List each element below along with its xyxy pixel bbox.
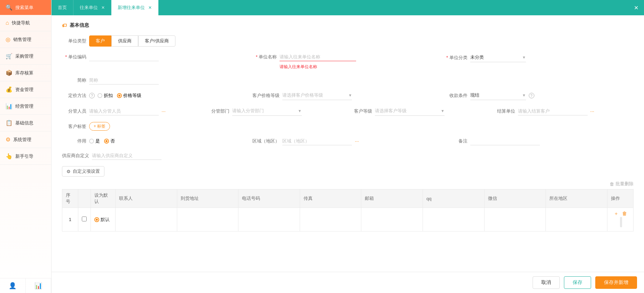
customer-level-select[interactable]: 请选择客户等级 ▼ [375,106,445,116]
home-icon: ⌂ [6,20,9,26]
tab-new-counterparty-close[interactable]: ✕ [148,5,152,10]
payment-condition-field: 收款条件 现结 ▼ ? [443,91,634,100]
disabled-no[interactable]: 否 [104,138,115,144]
row-checkbox-cell [78,208,91,231]
customer-price-level-select[interactable]: 请选择客户价格等级 ▼ [282,91,352,100]
purchase-icon: 🛒 [6,53,13,59]
payment-condition-select[interactable]: 现结 ▼ [470,91,526,100]
disabled-yes-radio[interactable] [89,139,94,144]
pricing-price-level-radio[interactable] [117,93,122,98]
sales-icon: ◎ [6,36,10,43]
manager-input[interactable] [89,107,159,115]
col-phone: 电话号码 [238,189,300,208]
sidebar-footer-left[interactable]: 👤 [0,278,26,293]
unit-name-label: 单位名称 [252,54,277,60]
sidebar-footer-right[interactable]: 📊 [26,278,52,293]
save-new-button[interactable]: 保存并新增 [595,276,637,289]
customer-tag-field: 客户标签 + 标签 [62,122,634,131]
pricing-discount-radio[interactable] [97,93,102,98]
row-phone-input[interactable] [242,217,296,222]
custom-settings-label: 自定义项设置 [73,168,100,174]
disabled-no-radio[interactable] [104,139,109,144]
pricing-price-level[interactable]: 价格等级 [117,92,141,99]
unit-type-supplier-btn[interactable]: 供应商 [111,35,138,47]
sidebar-item-operations[interactable]: 📊 经营管理 [0,98,51,115]
row-contact-input[interactable] [119,217,173,222]
add-tag-button[interactable]: + 标签 [89,122,110,131]
row-drag-handle[interactable] [620,217,622,227]
custom-settings-btn[interactable]: ⚙ 自定义项设置 [62,166,104,177]
save-button[interactable]: 保存 [564,276,591,289]
sidebar-item-system[interactable]: ⚙ 系统管理 [0,131,51,148]
department-select[interactable]: 请输入分管部门 ▼ [232,106,302,116]
sidebar-item-basic[interactable]: 📋 基础信息 [0,115,51,131]
unit-code-input[interactable]: 000009 [89,53,159,61]
pricing-discount[interactable]: 折扣 [97,92,113,99]
guide-icon: 👆 [6,153,13,160]
sidebar-search[interactable]: 🔍 搜索菜单 [0,0,51,15]
row-address-input[interactable] [181,217,235,222]
abbr-input[interactable] [89,76,159,84]
sidebar-footer: 👤 📊 [0,278,51,293]
payment-help-icon[interactable]: ? [529,93,534,98]
window-close-button[interactable]: ✕ [628,5,644,11]
tab-counterparties-close[interactable]: ✕ [101,5,105,10]
col-fax: 传真 [300,189,361,208]
unit-type-both-btn[interactable]: 客户/供应商 [138,35,175,47]
manager-row: 分管人员 ··· 分管部门 请输入分管部门 ▼ 客户等级 请选择客户等级 ▼ 结… [62,106,634,116]
row-email-input[interactable] [365,217,419,222]
sidebar-item-label: 系统管理 [13,137,31,143]
unit-type-customer-btn[interactable]: 客户 [89,35,111,47]
row-fax [300,208,361,231]
row-qq [423,208,484,231]
disabled-yes[interactable]: 是 [89,138,100,144]
region-more-btn[interactable]: ··· [355,138,359,144]
batch-delete-label[interactable]: 批量删除 [615,181,634,187]
col-qq: qq [423,189,484,208]
unit-name-input[interactable] [280,53,356,61]
supplier-custom-input[interactable] [92,152,162,160]
pricing-help-icon[interactable]: ? [89,93,95,98]
pricing-discount-label: 折扣 [104,92,113,99]
department-placeholder: 请输入分管部门 [232,108,264,114]
row-default-radio-item[interactable]: 默认 [94,217,112,223]
customer-price-level-field: 客户价格等级 请选择客户价格等级 ▼ [252,91,443,100]
sidebar-item-sales[interactable]: ◎ 销售管理 [0,31,51,48]
row-add-btn[interactable]: ＋ [614,211,619,216]
col-wechat: 微信 [484,189,546,208]
disabled-no-label: 否 [110,138,115,144]
tab-new-counterparty[interactable]: 新增往来单位 ✕ [111,0,158,15]
row-area-input[interactable] [549,217,604,222]
row-wechat-input[interactable] [488,217,542,222]
tab-home[interactable]: 首页 [52,0,73,15]
row-wechat [484,208,546,231]
remark-input[interactable] [470,137,540,145]
row-qq-input[interactable] [426,217,481,222]
department-field: 分管部门 请输入分管部门 ▼ [205,106,348,116]
row-checkbox[interactable] [82,217,87,221]
unit-category-select[interactable]: 未分类 ▼ [470,53,526,62]
remark-field: 备注 [443,137,634,145]
supplier-custom-row: 供应商自定义 [62,152,634,160]
manager-more-btn[interactable]: ··· [162,108,166,114]
cancel-button[interactable]: 取消 [533,276,560,289]
row-default-radio[interactable] [94,217,99,222]
settlement-unit-input[interactable] [518,107,588,115]
sidebar-item-finance[interactable]: 💰 资金管理 [0,81,51,98]
remark-label: 备注 [443,138,468,144]
tab-counterparties[interactable]: 往来单位 ✕ [73,0,111,15]
tab-counterparties-label: 往来单位 [80,5,98,11]
sidebar-item-guide[interactable]: 👆 新手引导 [0,148,51,165]
customer-level-arrow: ▼ [441,109,445,113]
sidebar-item-quick-nav[interactable]: ⌂ 快捷导航 [0,15,51,31]
row-fax-input[interactable] [304,217,358,222]
batch-delete-row: 🗑 批量删除 [62,181,634,187]
row-delete-btn[interactable]: 🗑 [622,211,627,216]
sidebar-item-inventory[interactable]: 📦 库存核算 [0,65,51,81]
sidebar-item-purchase[interactable]: 🛒 采购管理 [0,48,51,65]
settlement-more-btn[interactable]: ··· [590,108,595,114]
sidebar-search-label: 搜索菜单 [15,5,33,11]
sidebar-item-label: 资金管理 [15,87,33,93]
system-icon: ⚙ [6,136,10,143]
region-input[interactable] [282,137,352,145]
